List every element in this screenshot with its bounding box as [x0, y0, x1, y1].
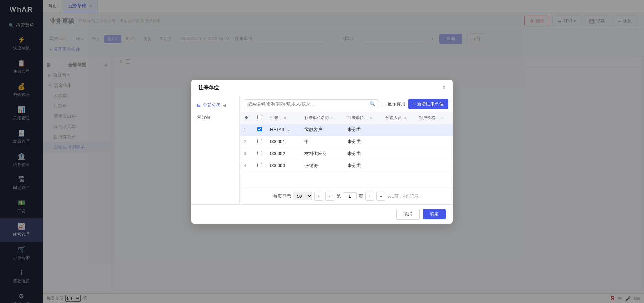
row-manager: [381, 160, 415, 172]
dialog-table: ⚙ 往来... ⇅ 往来单位名称 ⇅: [240, 112, 453, 188]
row-price-level: [415, 148, 453, 160]
dialog-footer: 取消 确定: [191, 204, 453, 224]
partners-table: ⚙ 往来... ⇅ 往来单位名称 ⇅: [240, 112, 453, 172]
cancel-button[interactable]: 取消: [396, 209, 420, 220]
dialog-left-panel: ⊞ 全部分类 ◀ 未分类: [191, 96, 240, 204]
row-num: 1: [240, 124, 253, 136]
show-disabled-checkbox[interactable]: [382, 102, 386, 106]
add-partner-button[interactable]: + 新增往来单位: [408, 99, 448, 109]
page-text: 页: [359, 193, 363, 199]
show-disabled-text: 显示停用: [388, 101, 406, 107]
sort-code-icon[interactable]: ⇅: [284, 116, 286, 120]
th-code: 往来... ⇅: [266, 112, 300, 124]
row-name: 材料供应商: [300, 148, 344, 160]
row-price-level: [415, 124, 453, 136]
per-page-select[interactable]: 50100200: [293, 192, 312, 200]
pagination-info: 共1页，4条记录: [387, 193, 419, 199]
row-manager: [381, 148, 415, 160]
partner-dialog: 往来单位 × ⊞ 全部分类 ◀ 未分类: [191, 80, 453, 224]
sort-name-icon[interactable]: ⇅: [331, 116, 334, 120]
left-collapse-icon[interactable]: ◀: [223, 103, 226, 108]
th-manager-label: 分管人员: [385, 115, 402, 120]
table-row[interactable]: 4 000003 张销得 未分类: [240, 160, 453, 172]
table-row[interactable]: 3 000002 材料供应商 未分类: [240, 148, 453, 160]
th-settings[interactable]: ⚙: [240, 112, 253, 124]
table-header-row: ⚙ 往来... ⇅ 往来单位名称 ⇅: [240, 112, 453, 124]
table-settings-icon: ⚙: [245, 115, 248, 120]
row-price-level: [415, 136, 453, 148]
sort-category-icon[interactable]: ⇅: [369, 116, 372, 120]
dialog-close-icon[interactable]: ×: [442, 84, 446, 91]
row-category: 未分类: [343, 160, 381, 172]
next-page-button[interactable]: ›: [365, 192, 374, 201]
dialog-title: 往来单位: [198, 84, 219, 91]
row-manager: [381, 124, 415, 136]
row-num: 4: [240, 160, 253, 172]
confirm-button[interactable]: 确定: [423, 209, 446, 219]
per-page-label: 每页显示: [273, 193, 291, 199]
prev-page-button[interactable]: ‹: [325, 192, 334, 201]
page-label: 第: [336, 193, 341, 199]
dialog-unclassified[interactable]: 未分类: [191, 111, 239, 123]
dialog-pagination: 每页显示 50100200 « ‹ 第 页 › » 共1页，4条记录: [240, 188, 453, 204]
row-name: 甲: [300, 136, 344, 148]
row-num: 3: [240, 148, 253, 160]
row-checkbox-cell[interactable]: [253, 148, 266, 160]
dialog-overlay[interactable]: 往来单位 × ⊞ 全部分类 ◀ 未分类: [0, 0, 644, 303]
row-num: 2: [240, 136, 253, 148]
th-category-label: 往来单位...: [347, 115, 367, 120]
dialog-right-toolbar: 🔍 显示停用 + 新增往来单位: [240, 96, 453, 112]
dialog-body: ⊞ 全部分类 ◀ 未分类 🔍 显示停用: [191, 96, 453, 204]
row-name: 张销得: [300, 160, 344, 172]
sort-manager-icon[interactable]: ⇅: [403, 116, 406, 120]
table-select-all[interactable]: [257, 115, 262, 119]
all-category-label: 全部分类: [203, 102, 221, 108]
partner-search-input[interactable]: [244, 100, 366, 108]
row-manager: [381, 136, 415, 148]
th-category: 往来单位... ⇅: [343, 112, 381, 124]
th-price-label: 客户价格...: [419, 115, 439, 120]
row-code: 000003: [266, 160, 300, 172]
th-name-label: 往来单位名称: [304, 115, 329, 120]
row-checkbox[interactable]: [257, 163, 262, 167]
sort-price-icon[interactable]: ⇅: [441, 116, 444, 120]
table-body: 1 RETAIL_... 零散客户 未分类 2 000001 甲 未分类 3 0…: [240, 124, 453, 172]
show-disabled-label[interactable]: 显示停用: [382, 101, 406, 107]
th-name: 往来单位名称 ⇅: [300, 112, 344, 124]
dialog-right-panel: 🔍 显示停用 + 新增往来单位 ⚙: [240, 96, 453, 204]
partner-search-button[interactable]: 🔍: [366, 100, 379, 108]
row-name: 零散客户: [300, 124, 344, 136]
row-checkbox-cell[interactable]: [253, 124, 266, 136]
table-row[interactable]: 2 000001 甲 未分类: [240, 136, 453, 148]
row-code: 000002: [266, 148, 300, 160]
th-manager: 分管人员 ⇅: [381, 112, 415, 124]
row-category: 未分类: [343, 124, 381, 136]
row-checkbox[interactable]: [257, 139, 262, 143]
row-checkbox-cell[interactable]: [253, 160, 266, 172]
first-page-button[interactable]: «: [314, 192, 323, 201]
row-code: 000001: [266, 136, 300, 148]
dialog-all-category[interactable]: ⊞ 全部分类 ◀: [191, 100, 239, 111]
row-price-level: [415, 160, 453, 172]
last-page-button[interactable]: »: [376, 192, 385, 201]
page-number-input[interactable]: [343, 192, 357, 200]
table-row[interactable]: 1 RETAIL_... 零散客户 未分类: [240, 124, 453, 136]
partner-search: 🔍: [244, 99, 379, 108]
row-checkbox[interactable]: [257, 151, 262, 155]
dialog-header: 往来单位 ×: [191, 80, 453, 96]
grid-icon: ⊞: [197, 103, 201, 108]
unclassified-label: 未分类: [197, 114, 210, 119]
row-code: RETAIL_...: [266, 124, 300, 136]
th-checkbox[interactable]: [253, 112, 266, 124]
row-category: 未分类: [343, 148, 381, 160]
th-price: 客户价格... ⇅: [415, 112, 453, 124]
th-code-label: 往来...: [270, 115, 282, 120]
row-category: 未分类: [343, 136, 381, 148]
row-checkbox[interactable]: [257, 127, 262, 131]
row-checkbox-cell[interactable]: [253, 136, 266, 148]
